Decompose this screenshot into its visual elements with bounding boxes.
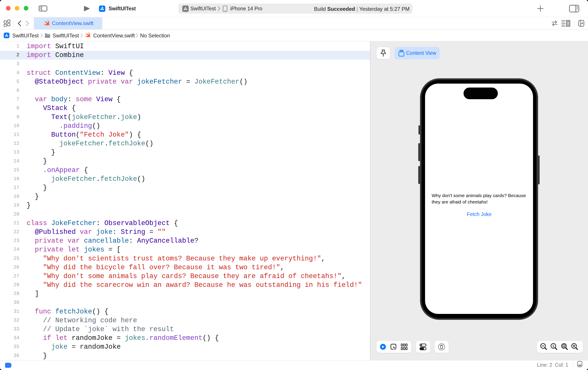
svg-text:1: 1 xyxy=(552,344,554,348)
